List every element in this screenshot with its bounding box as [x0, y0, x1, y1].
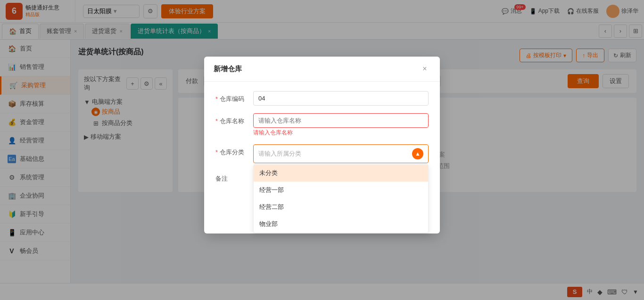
code-input-wrap [253, 91, 429, 106]
dropdown-item-2[interactable]: 经营二部 [254, 199, 428, 216]
category-placeholder: 请输入所属分类 [258, 150, 301, 158]
warehouse-name-field: 仓库名称 请输入仓库名称 [215, 113, 429, 137]
category-input-wrap: 请输入所属分类 ▲ 未分类 经营一部 经营二部 物业部 [253, 144, 429, 163]
dialog-close-button[interactable]: × [419, 63, 430, 75]
dropdown-item-3[interactable]: 物业部 [254, 216, 428, 233]
name-label: 仓库名称 [215, 113, 253, 125]
modal-overlay: 新增仓库 × 仓库编码 仓库名称 请输入仓库名称 仓库分类 [0, 0, 644, 300]
code-input[interactable] [253, 91, 429, 106]
category-select[interactable]: 请输入所属分类 ▲ [253, 144, 429, 163]
code-label: 仓库编码 [215, 91, 253, 103]
warehouse-category-field: 仓库分类 请输入所属分类 ▲ 未分类 经营一部 经营二部 物业部 [215, 144, 429, 163]
dialog-title: 新增仓库 [214, 65, 242, 74]
new-warehouse-dialog: 新增仓库 × 仓库编码 仓库名称 请输入仓库名称 仓库分类 [204, 57, 440, 233]
name-error-msg: 请输入仓库名称 [253, 129, 429, 137]
name-input-wrap: 请输入仓库名称 [253, 113, 429, 137]
remark-label: 备注 [215, 171, 253, 183]
name-input[interactable] [253, 113, 429, 128]
category-dropdown: 未分类 经营一部 经营二部 物业部 [253, 164, 429, 233]
warehouse-code-field: 仓库编码 [215, 91, 429, 106]
dropdown-item-1[interactable]: 经营一部 [254, 182, 428, 199]
category-chevron-up-icon[interactable]: ▲ [412, 148, 423, 159]
category-label: 仓库分类 [215, 144, 253, 157]
dialog-body: 仓库编码 仓库名称 请输入仓库名称 仓库分类 请输入所属分类 [204, 82, 440, 202]
dropdown-item-0[interactable]: 未分类 [254, 165, 428, 182]
dialog-header: 新增仓库 × [204, 57, 440, 82]
